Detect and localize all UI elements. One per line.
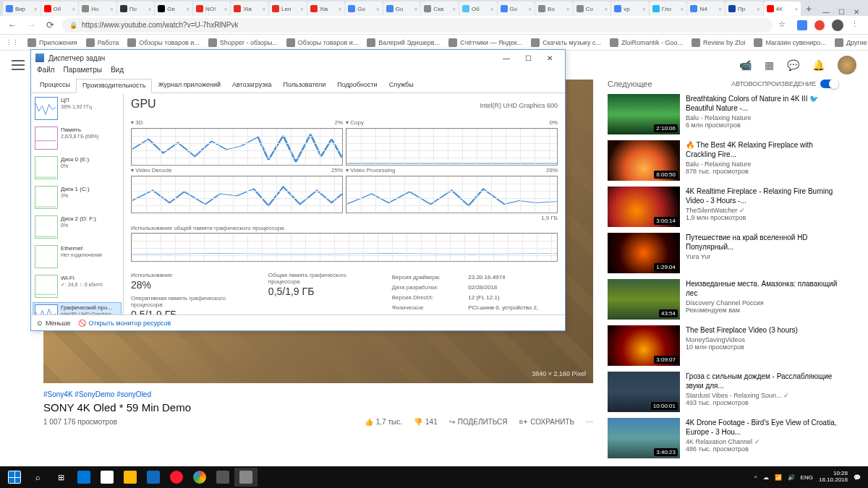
browser-tab[interactable]: Bo× — [535, 1, 573, 16]
taskbar-app[interactable] — [119, 468, 142, 487]
tab[interactable]: Процессы — [34, 79, 76, 93]
search-button[interactable]: ⌕ — [26, 468, 49, 487]
dislike-button[interactable]: 👎 141 — [414, 418, 438, 426]
browser-tab[interactable]: Co× — [574, 1, 611, 16]
taskbar-app[interactable] — [72, 468, 95, 487]
browser-tab[interactable]: Но× — [79, 1, 116, 16]
browser-tab[interactable]: Ge× — [155, 1, 192, 16]
suggested-video[interactable]: 43:54Неизведанные места. Амазонка: плава… — [608, 279, 839, 320]
bookmark[interactable]: Валерий Эдишерв... — [367, 38, 440, 47]
tab[interactable]: Автозагрузка — [226, 79, 278, 93]
hamburger-icon[interactable] — [12, 60, 25, 70]
tab[interactable]: Пользователи — [278, 79, 332, 93]
browser-tab[interactable]: По× — [117, 1, 155, 16]
maximize-icon[interactable]: ☐ — [838, 8, 845, 16]
perf-sidebar-item[interactable]: Wi-Fi✓: 24,0 ↑: 0 кбит/с — [33, 273, 122, 301]
browser-tab[interactable]: Go× — [383, 1, 421, 16]
browser-tab[interactable]: N4× — [687, 1, 725, 16]
close-button[interactable]: ✕ — [539, 51, 561, 65]
tray-language[interactable]: ENG — [801, 474, 813, 481]
bookmark[interactable]: ZloiRomantik - Goo... — [610, 38, 683, 47]
tray-icon[interactable]: ☁ — [763, 474, 769, 481]
menu-item[interactable]: Файл — [37, 66, 55, 79]
tray-up-icon[interactable]: ^ — [754, 474, 757, 481]
browser-tab[interactable]: Go× — [498, 1, 535, 16]
perf-sidebar-item[interactable]: Диск 1 (C:)3% — [33, 184, 122, 213]
bookmark[interactable]: Магазин сувениро... — [754, 38, 825, 47]
resource-monitor-link[interactable]: 🚫 Открыть монитор ресурсов — [78, 320, 171, 327]
browser-tab[interactable]: Len× — [269, 1, 307, 16]
close-icon[interactable]: ✕ — [854, 8, 859, 16]
perf-sidebar-item[interactable]: Диск 0 (E:)0% — [33, 154, 122, 183]
browser-tab[interactable]: Вир× — [3, 1, 41, 16]
perf-sidebar-item[interactable]: Диск 2 (D: F:)0% — [33, 213, 122, 242]
minimize-button[interactable]: — — [495, 51, 517, 65]
tab[interactable]: Производительность — [76, 79, 152, 93]
bookmark[interactable]: Обзоры товаров и... — [127, 38, 200, 47]
tab[interactable]: Подробности — [331, 79, 383, 93]
bookmark[interactable]: Счётчики — Яндек... — [448, 38, 522, 47]
suggested-video[interactable]: 1:29:04Путешествие на край вселенной HD … — [608, 233, 839, 273]
more-button[interactable]: ⋯ — [586, 418, 593, 426]
video-camera-icon[interactable]: 📹 — [739, 59, 752, 71]
bookmark[interactable]: Shopper - обзоры... — [208, 38, 278, 47]
perf-sidebar-item[interactable]: EthernetНет подключения — [33, 243, 122, 272]
taskbar-app[interactable] — [142, 468, 165, 487]
forward-button[interactable]: → — [25, 19, 38, 32]
tab[interactable]: Журнал приложений — [152, 79, 226, 93]
browser-tab[interactable]: Xia× — [231, 1, 268, 16]
perf-sidebar-item[interactable]: Память2,6/3,8 ГБ (68%) — [33, 124, 122, 153]
notifications-icon[interactable]: 💬 — [854, 474, 861, 481]
browser-tab[interactable]: Об× — [41, 1, 79, 16]
url-input[interactable]: 🔒 https://www.youtube.com/watch?v=U-7hxR… — [62, 18, 773, 33]
titlebar[interactable]: Диспетчер задач — ☐ ✕ — [31, 50, 565, 66]
extension-icon[interactable] — [797, 20, 807, 30]
notifications-icon[interactable]: 🔔 — [812, 59, 825, 71]
new-tab-button[interactable]: + — [801, 1, 816, 16]
menu-item[interactable]: Параметры — [64, 66, 102, 79]
suggested-video[interactable]: 3:09:07The Best Fireplace Video (3 hours… — [608, 325, 839, 366]
menu-item[interactable]: Вид — [111, 66, 124, 79]
tray-volume-icon[interactable]: 🔊 — [788, 474, 795, 481]
suggested-video[interactable]: 3:00:144K Realtime Fireplace - Relaxing … — [608, 187, 839, 227]
suggested-video[interactable]: 2:10:06Breathtaking Colors of Nature in … — [608, 94, 839, 134]
save-button[interactable]: ≡+ СОХРАНИТЬ — [519, 418, 574, 426]
bookmark[interactable]: Review by Zloi — [692, 38, 746, 47]
like-button[interactable]: 👍 1,7 тыс. — [365, 418, 402, 426]
tray-wifi-icon[interactable]: 📶 — [775, 474, 782, 481]
taskbar-app[interactable] — [234, 468, 258, 487]
task-view-button[interactable]: ⊞ — [49, 468, 72, 487]
browser-tab[interactable]: NO!× — [193, 1, 231, 16]
bookmark[interactable]: Обзоры товаров и... — [286, 38, 359, 47]
extension-icon[interactable] — [814, 20, 825, 30]
user-avatar[interactable] — [838, 56, 856, 74]
bookmark[interactable]: Скачать музыку с... — [531, 38, 601, 47]
browser-tab[interactable]: Xia× — [307, 1, 345, 16]
taskbar-app[interactable] — [95, 468, 119, 487]
menu-icon[interactable]: ⋮ — [851, 20, 862, 31]
perf-sidebar-item[interactable]: Графический про...Intel(R) UHD Graphics … — [33, 302, 122, 314]
tab[interactable]: Службы — [383, 79, 420, 93]
video-hashtags[interactable]: #Sony4K #SonyDemo #sonyOled — [43, 390, 593, 398]
reload-button[interactable]: ⟳ — [43, 19, 56, 32]
maximize-button[interactable]: ☐ — [517, 51, 539, 65]
browser-tab[interactable]: 4K× — [764, 1, 801, 16]
suggested-video[interactable]: 10:00:01Гроза с сильным дождем - Расслаб… — [608, 372, 839, 412]
apps-icon[interactable]: ▦ — [765, 59, 774, 71]
browser-tab[interactable]: Ска× — [421, 1, 459, 16]
share-button[interactable]: ↪ ПОДЕЛИТЬСЯ — [449, 418, 508, 426]
suggested-video[interactable]: 8:00:50🔥 The Best 4K Relaxing Fireplace … — [608, 140, 839, 181]
browser-tab[interactable]: Пр× — [726, 1, 763, 16]
bookmark[interactable]: Работа — [86, 38, 119, 47]
autoplay-toggle[interactable] — [820, 80, 839, 88]
bookmark[interactable]: Приложения — [27, 38, 77, 47]
perf-sidebar-item[interactable]: ЦП38% 1,92 ГГц — [33, 95, 122, 124]
star-icon[interactable]: ☆ — [778, 20, 790, 31]
taskbar-app[interactable] — [165, 468, 188, 487]
back-button[interactable]: ← — [6, 19, 19, 32]
suggested-video[interactable]: 3:40:234K Drone Footage - Bird's Eye Vie… — [608, 418, 839, 458]
clock[interactable]: 10:28 18.10.2018 — [819, 471, 848, 484]
profile-avatar[interactable] — [832, 20, 843, 31]
fewer-details-button[interactable]: ⊙ Меньше — [37, 320, 71, 327]
browser-tab[interactable]: Об× — [459, 1, 497, 16]
